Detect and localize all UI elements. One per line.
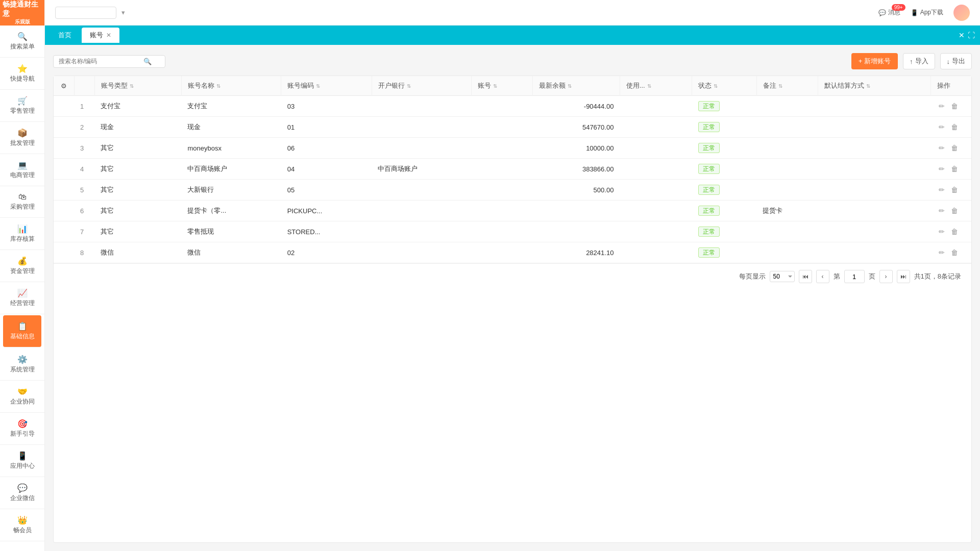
th-settings[interactable]: ⚙	[54, 76, 74, 96]
cell-default-settlement	[818, 180, 930, 201]
cell-default-settlement	[818, 138, 930, 159]
search-icon[interactable]: 🔍	[143, 58, 152, 65]
th-status[interactable]: 状态⇅	[692, 76, 756, 96]
th-remark[interactable]: 备注⇅	[756, 76, 818, 96]
search-menu-icon: 🔍	[17, 32, 28, 41]
table-row: 5 其它 大新银行 05 500.00 正常 ✏ 🗑	[54, 180, 971, 201]
page-size-select[interactable]: 50 100 200	[770, 271, 795, 282]
system-icon: ⚙️	[17, 355, 28, 364]
sidebar-item-purchase[interactable]: 🛍 采购管理	[0, 186, 44, 218]
cell-remark	[756, 159, 818, 180]
wholesale-icon: 📦	[17, 128, 28, 138]
export-button[interactable]: ↓ 导出	[940, 53, 972, 69]
import-label: 导入	[915, 57, 928, 66]
th-usage[interactable]: 使用...⇅	[620, 76, 692, 96]
prev-page-btn[interactable]: ‹	[816, 270, 829, 283]
topbar-search-input[interactable]	[55, 7, 116, 19]
sidebar-item-inventory[interactable]: 📊 库存核算	[0, 218, 44, 250]
topbar-dropdown-icon[interactable]: ▾	[121, 9, 125, 16]
next-page-btn[interactable]: ›	[879, 270, 893, 283]
first-page-btn[interactable]: ⏮	[799, 270, 812, 283]
th-default-settlement[interactable]: 默认结算方式⇅	[818, 76, 930, 96]
edit-button[interactable]: ✏	[937, 101, 947, 111]
import-button[interactable]: ↑ 导入	[903, 53, 935, 69]
delete-button[interactable]: 🗑	[949, 164, 960, 174]
table-row: 3 其它 moneybosx 06 10000.00 正常 ✏ 🗑	[54, 138, 971, 159]
sidebar-item-new-guide[interactable]: 🎯 新手引导	[0, 413, 44, 445]
edit-button[interactable]: ✏	[937, 164, 947, 174]
sidebar-item-fund[interactable]: 💰 资金管理	[0, 250, 44, 282]
sidebar-item-label: 经营管理	[10, 299, 35, 308]
delete-button[interactable]: 🗑	[949, 143, 960, 153]
sidebar-item-app-center[interactable]: 📱 应用中心	[0, 445, 44, 477]
cell-index: 4	[74, 159, 94, 180]
sidebar-item-retail[interactable]: 🛒 零售管理	[0, 90, 44, 122]
toolbar: 🔍 + 新增账号 ↑ 导入 ↓ 导出	[53, 53, 972, 69]
page-word: 页	[869, 272, 875, 281]
delete-button[interactable]: 🗑	[949, 206, 960, 216]
topbar-message[interactable]: 💬 消息 99+	[878, 8, 900, 17]
logo-sub: 乐观版	[15, 18, 30, 26]
page-number-input[interactable]	[844, 270, 865, 283]
edit-button[interactable]: ✏	[937, 227, 947, 237]
retail-icon: 🛒	[17, 96, 28, 106]
cell-status: 正常	[692, 117, 756, 138]
account-search-box[interactable]: 🔍	[53, 55, 165, 68]
edit-button[interactable]: ✏	[937, 122, 947, 132]
th-code[interactable]: 账号编码⇅	[281, 76, 372, 96]
cell-default-settlement	[818, 96, 930, 117]
sidebar-item-search-menu[interactable]: 🔍 搜索菜单	[0, 26, 44, 58]
last-page-btn[interactable]: ⏭	[897, 270, 910, 283]
sidebar-item-chang-member[interactable]: 👑 畅会员	[0, 509, 44, 541]
tab-maximize-btn[interactable]: ⛶	[968, 31, 975, 39]
th-bank[interactable]: 开户银行⇅	[372, 76, 471, 96]
delete-button[interactable]: 🗑	[949, 101, 960, 111]
sidebar-item-ecommerce[interactable]: 💻 电商管理	[0, 154, 44, 186]
user-avatar[interactable]	[953, 5, 970, 21]
cell-account	[471, 180, 533, 201]
th-balance[interactable]: 最新余额⇅	[533, 76, 620, 96]
edit-button[interactable]: ✏	[937, 247, 947, 258]
topbar-left: ▾	[55, 7, 125, 19]
import-icon: ↑	[910, 58, 913, 65]
cell-name: moneybosx	[181, 138, 281, 159]
cell-action: ✏ 🗑	[930, 159, 971, 180]
sidebar-item-label: 应用中心	[10, 462, 35, 470]
topbar-app-download[interactable]: 📱 App下载	[911, 8, 943, 17]
edit-button[interactable]: ✏	[937, 143, 947, 153]
account-table-wrapper: ⚙ 账号类型⇅ 账号名称⇅ 账号编码⇅ 开户银行⇅ 账号⇅ 最新余额⇅ 使用..…	[53, 76, 972, 543]
tab-account[interactable]: 账号 ✕	[82, 28, 119, 43]
delete-button[interactable]: 🗑	[949, 227, 960, 237]
tab-close-all-btn[interactable]: ✕	[959, 31, 965, 39]
main-area: ▾ 💬 消息 99+ 📱 App下载 首页 账号 ✕ ✕ ⛶	[45, 0, 980, 551]
sidebar-item-enterprise[interactable]: 🤝 企业协同	[0, 381, 44, 413]
delete-button[interactable]: 🗑	[949, 122, 960, 132]
sidebar-item-enterprise-wechat[interactable]: 💬 企业微信	[0, 477, 44, 509]
edit-button[interactable]: ✏	[937, 185, 947, 195]
delete-button[interactable]: 🗑	[949, 185, 960, 195]
cell-settings	[54, 117, 74, 138]
sidebar-item-wholesale[interactable]: 📦 批发管理	[0, 122, 44, 154]
tab-home[interactable]: 首页	[50, 28, 80, 43]
page-size-label: 每页显示	[739, 272, 766, 281]
table-row: 8 微信 微信 02 28241.10 正常 ✏ 🗑	[54, 242, 971, 263]
th-account[interactable]: 账号⇅	[471, 76, 533, 96]
th-name[interactable]: 账号名称⇅	[181, 76, 281, 96]
ecommerce-icon: 💻	[17, 160, 28, 170]
sidebar-item-quick-nav[interactable]: ⭐ 快捷导航	[0, 58, 44, 90]
cell-remark	[756, 180, 818, 201]
operation-icon: 📈	[17, 288, 28, 298]
th-type[interactable]: 账号类型⇅	[94, 76, 181, 96]
edit-button[interactable]: ✏	[937, 206, 947, 216]
cell-type: 微信	[94, 242, 181, 263]
sidebar-item-system[interactable]: ⚙️ 系统管理	[0, 348, 44, 381]
cell-remark	[756, 221, 818, 242]
tab-close-icon[interactable]: ✕	[106, 32, 111, 39]
logo-text: 畅捷通财生意	[3, 0, 42, 18]
sidebar-item-operation[interactable]: 📈 经营管理	[0, 282, 44, 314]
delete-button[interactable]: 🗑	[949, 247, 960, 258]
cell-usage	[620, 201, 692, 221]
account-search-input[interactable]	[59, 58, 140, 65]
sidebar-item-basic-info[interactable]: 📋 基础信息	[3, 315, 41, 347]
add-account-button[interactable]: + 新增账号	[851, 53, 898, 69]
